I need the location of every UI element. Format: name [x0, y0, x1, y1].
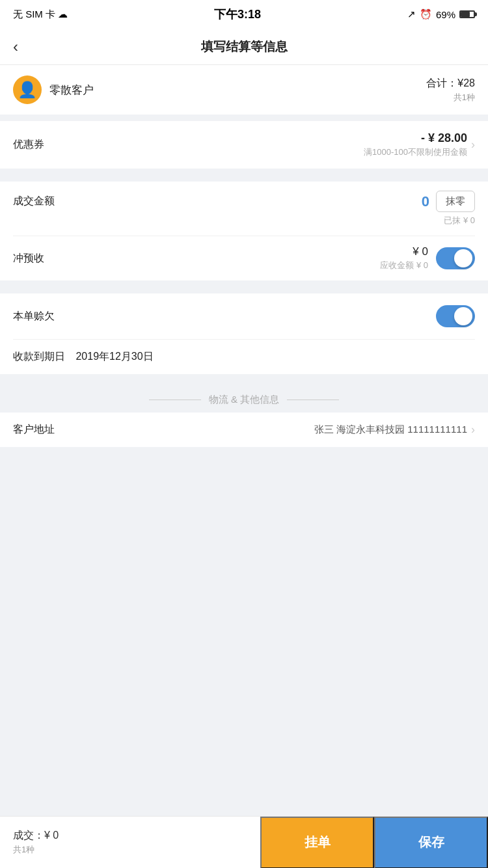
bottom-count: 共1种: [13, 844, 247, 856]
status-bar: 无 SIM 卡 ☁ 下午3:18 ↗ ⏰ 69%: [0, 0, 488, 29]
bottom-deal-text: 成交：: [13, 830, 44, 841]
address-row[interactable]: 客户地址 张三 海淀永丰科技园 11111111111 ›: [0, 413, 488, 447]
status-left: 无 SIM 卡 ☁: [13, 8, 68, 21]
sim-label: 无 SIM 卡 ☁: [13, 8, 68, 21]
battery-icon: [459, 10, 475, 18]
page-title: 填写结算等信息: [201, 38, 288, 55]
bottom-deal-label: 成交：¥ 0: [13, 829, 247, 843]
section-separator-3: [0, 381, 488, 387]
logistics-title: 物流 & 其他信息: [149, 394, 339, 406]
due-date-row: 收款到期日 2019年12月30日: [0, 340, 488, 374]
deal-amount: 0: [410, 193, 429, 210]
deal-top: 成交金额 0 抹零: [13, 191, 475, 212]
round-button[interactable]: 抹零: [436, 191, 475, 212]
due-date-label: 收款到期日: [13, 351, 65, 362]
debt-row: 本单赊欠: [0, 293, 488, 339]
save-button[interactable]: 保存: [374, 817, 488, 869]
deal-row: 成交金额 0 抹零 已抹 ¥ 0: [0, 182, 488, 236]
coupon-amount: - ¥ 28.00: [364, 131, 467, 145]
nav-bar: ‹ 填写结算等信息: [0, 29, 488, 65]
bottom-bar: 成交：¥ 0 共1种 挂单 保存: [0, 816, 488, 868]
customer-left: 👤 零散客户: [13, 75, 94, 104]
section-separator-1: [0, 175, 488, 182]
toggle-knob: [454, 249, 472, 267]
coupon-card: 优惠券 - ¥ 28.00 满1000-100不限制使用金额 ›: [0, 121, 488, 169]
section-separator-2: [0, 287, 488, 293]
prepay-right: ¥ 0 应收金额 ¥ 0: [380, 245, 475, 271]
avatar-icon: 👤: [18, 81, 37, 99]
total-count: 共1种: [426, 92, 475, 103]
coupon-label: 优惠券: [13, 138, 44, 152]
prepay-row: 冲预收 ¥ 0 应收金额 ¥ 0: [0, 236, 488, 280]
due-date-value: 2019年12月30日: [75, 351, 153, 362]
address-label: 客户地址: [13, 423, 55, 437]
bottom-deal-amount: ¥ 0: [44, 830, 59, 841]
coupon-value: - ¥ 28.00 满1000-100不限制使用金额: [364, 131, 467, 158]
chevron-right-icon: ›: [471, 138, 475, 152]
bottom-summary: 成交：¥ 0 共1种: [0, 829, 260, 856]
prepay-value: ¥ 0 应收金额 ¥ 0: [380, 245, 428, 271]
hang-button[interactable]: 挂单: [260, 817, 374, 869]
debt-toggle-knob: [454, 307, 472, 325]
alarm-icon: ⏰: [420, 8, 432, 20]
coupon-desc: 满1000-100不限制使用金额: [364, 146, 467, 158]
back-button[interactable]: ‹: [13, 38, 18, 56]
coupon-right: - ¥ 28.00 满1000-100不限制使用金额 ›: [364, 131, 475, 158]
deal-right: 0 抹零: [410, 191, 475, 212]
address-card: 客户地址 张三 海淀永丰科技园 11111111111 ›: [0, 413, 488, 447]
customer-summary: 合计：¥28 共1种: [426, 77, 475, 103]
customer-name: 零散客户: [49, 83, 94, 98]
prepay-receivable: 应收金额 ¥ 0: [380, 260, 428, 271]
avatar: 👤: [13, 75, 42, 104]
coupon-row[interactable]: 优惠券 - ¥ 28.00 满1000-100不限制使用金额 ›: [0, 121, 488, 169]
debt-toggle[interactable]: [436, 305, 475, 327]
customer-row: 👤 零散客户 合计：¥28 共1种: [0, 65, 488, 115]
customer-card: 👤 零散客户 合计：¥28 共1种: [0, 65, 488, 115]
prepay-toggle[interactable]: [436, 247, 475, 269]
main-content: 👤 零散客户 合计：¥28 共1种 优惠券 - ¥ 28.00 满1000-10…: [0, 65, 488, 642]
deal-card: 成交金额 0 抹零 已抹 ¥ 0 冲预收 ¥ 0 应收金额 ¥ 0: [0, 182, 488, 280]
prepay-amount: ¥ 0: [380, 245, 428, 258]
status-time: 下午3:18: [214, 7, 261, 22]
deal-sub: 已抹 ¥ 0: [13, 215, 475, 226]
deal-label: 成交金额: [13, 195, 55, 208]
address-value: 张三 海淀永丰科技园 11111111111: [65, 424, 467, 436]
prepay-label: 冲预收: [13, 252, 44, 265]
debt-card: 本单赊欠 收款到期日 2019年12月30日: [0, 293, 488, 374]
status-right: ↗ ⏰ 69%: [407, 8, 475, 20]
battery-label: 69%: [436, 9, 455, 20]
empty-space: [0, 454, 488, 584]
total-label: 合计：¥28: [426, 77, 475, 90]
location-icon: ↗: [407, 8, 416, 20]
address-chevron-icon: ›: [471, 423, 475, 437]
debt-label: 本单赊欠: [13, 310, 55, 323]
logistics-header: 物流 & 其他信息: [0, 387, 488, 413]
